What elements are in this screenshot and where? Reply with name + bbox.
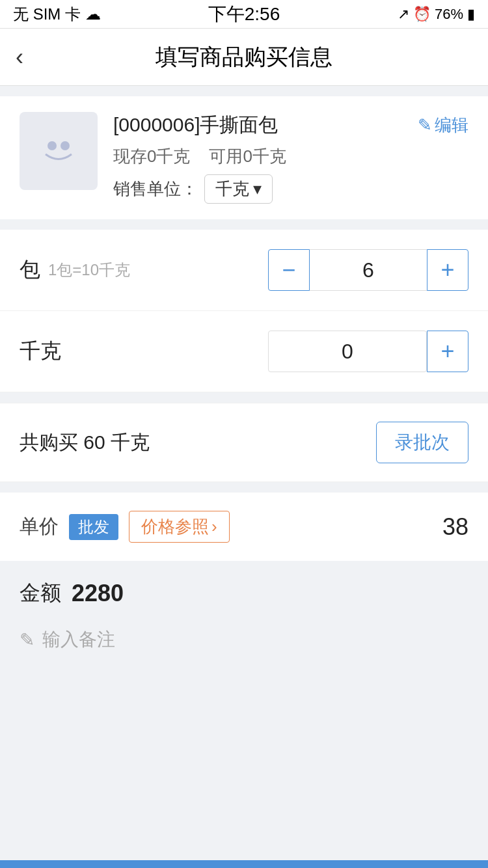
qty-label-main-2: 千克 — [20, 337, 61, 366]
qty-minus-btn-1[interactable]: − — [268, 249, 310, 291]
qty-label-main-1: 包 — [20, 256, 40, 284]
product-code: [0000006] — [113, 114, 200, 135]
note-row[interactable]: ✎ 输入备注 — [20, 621, 468, 665]
qty-input-2[interactable] — [268, 331, 427, 372]
price-ref-label: 价格参照 — [141, 515, 209, 538]
price-section: 单价 批发 价格参照 › 38 — [0, 493, 488, 561]
quantity-row-1: 包 1包=10千克 − + — [0, 230, 488, 311]
status-time: 下午2:56 — [208, 2, 280, 27]
quantity-label-2: 千克 — [20, 337, 268, 366]
product-card: [0000006]手撕面包 ✎ 编辑 现存0千克 可用0千克 销售单位： 千克 … — [0, 96, 488, 219]
product-stock: 现存0千克 可用0千克 — [113, 145, 468, 168]
amount-section: 金额 2280 ✎ 输入备注 — [0, 561, 488, 665]
price-tag: 批发 — [69, 514, 118, 540]
quantity-control-1: − + — [268, 249, 468, 291]
battery-text: 76% — [435, 6, 463, 23]
quantity-control-2: + — [268, 331, 468, 372]
available-label: 可用0千克 — [209, 146, 286, 166]
confirm-button[interactable]: 确定 — [0, 860, 488, 868]
unit-value: 千克 — [215, 178, 249, 200]
status-right: ↗ ⏰ 76% ▮ — [398, 6, 475, 23]
batch-button[interactable]: 录批次 — [376, 422, 468, 463]
qty-input-1[interactable] — [310, 249, 427, 291]
status-bar: 无 SIM 卡 ☁ 下午2:56 ↗ ⏰ 76% ▮ — [0, 0, 488, 29]
spacer — [0, 665, 488, 860]
page-title: 填写商品购买信息 — [156, 42, 332, 72]
qty-label-sub-1: 1包=10千克 — [48, 260, 130, 280]
amount-label: 金额 — [20, 579, 61, 608]
back-button[interactable]: ‹ — [16, 44, 23, 71]
product-unit-row: 销售单位： 千克 ▾ — [113, 174, 468, 204]
sim-text: 无 SIM 卡 ☁ — [13, 4, 101, 25]
edit-label: 编辑 — [435, 114, 468, 137]
dropdown-icon: ▾ — [253, 179, 262, 199]
stock-label: 现存0千克 — [113, 146, 190, 166]
product-name: 手撕面包 — [200, 114, 278, 135]
total-text: 共购买 60 千克 — [20, 429, 150, 456]
quantity-section-1: 包 1包=10千克 − + 千克 + — [0, 230, 488, 392]
status-left: 无 SIM 卡 ☁ — [13, 4, 101, 25]
amount-row: 金额 2280 — [20, 579, 468, 608]
price-ref-button[interactable]: 价格参照 › — [129, 511, 230, 543]
product-image — [20, 112, 98, 190]
product-title-row: [0000006]手撕面包 ✎ 编辑 — [113, 112, 468, 139]
note-icon: ✎ — [20, 629, 34, 651]
nav-bar: ‹ 填写商品购买信息 — [0, 29, 488, 86]
unit-row-label: 销售单位： — [113, 178, 198, 200]
svg-point-0 — [47, 141, 57, 150]
total-amount: 60 — [83, 431, 105, 453]
edit-button[interactable]: ✎ 编辑 — [418, 114, 468, 137]
total-unit: 千克 — [111, 431, 150, 453]
total-row: 共购买 60 千克 录批次 — [0, 403, 488, 482]
total-prefix: 共购买 — [20, 431, 78, 453]
svg-point-1 — [61, 141, 70, 150]
product-title: [0000006]手撕面包 — [113, 112, 278, 139]
product-info: [0000006]手撕面包 ✎ 编辑 现存0千克 可用0千克 销售单位： 千克 … — [113, 112, 468, 204]
price-label: 单价 — [20, 513, 59, 540]
amount-value: 2280 — [72, 580, 124, 607]
price-ref-arrow: › — [211, 517, 217, 537]
alarm-icon: ⏰ — [413, 6, 431, 23]
quantity-label-1: 包 1包=10千克 — [20, 256, 268, 284]
quantity-row-2: 千克 + — [0, 311, 488, 392]
price-value: 38 — [442, 513, 468, 541]
note-placeholder: 输入备注 — [42, 627, 115, 652]
location-icon: ↗ — [398, 6, 409, 23]
qty-plus-btn-1[interactable]: + — [427, 249, 468, 291]
unit-select[interactable]: 千克 ▾ — [204, 174, 273, 204]
qty-plus-btn-2[interactable]: + — [427, 331, 468, 372]
battery-icon: ▮ — [467, 6, 475, 23]
edit-icon: ✎ — [418, 115, 432, 135]
